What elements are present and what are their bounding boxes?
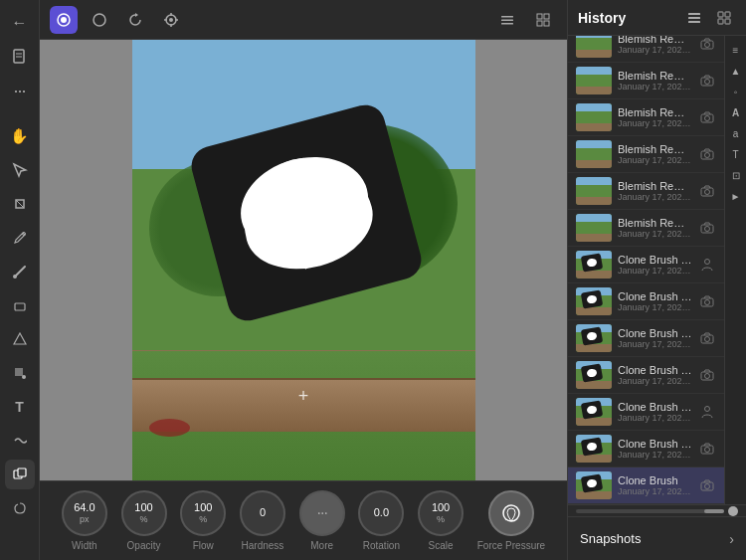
back-arrow-btn[interactable]: ←: [5, 8, 35, 38]
svg-point-61: [705, 484, 710, 489]
grid-view-btn[interactable]: [712, 6, 736, 30]
text-btn[interactable]: T: [5, 392, 35, 422]
history-item[interactable]: Clone Brush ToolJanuary 17, 2021, 8:54:3…: [568, 394, 724, 431]
history-item[interactable]: Blemish RemovalJanuary 17, 2021, 8:52:59…: [568, 173, 724, 210]
shape-btn[interactable]: [5, 324, 35, 354]
history-content: Blemish RemovalJanuary 17, 2021, 8:52:57…: [568, 36, 746, 504]
history-item[interactable]: Clone Brush ToolJanuary 17, 2021, 8:55:2…: [568, 431, 724, 467]
history-thumb: [576, 324, 612, 352]
eraser-btn[interactable]: [5, 290, 35, 320]
svg-point-39: [705, 43, 710, 48]
svg-point-12: [93, 14, 105, 26]
rotation-knob[interactable]: 0.0: [358, 490, 404, 536]
hardness-label: Hardness: [242, 540, 284, 551]
filter-icon-5[interactable]: a: [726, 123, 746, 143]
scrollbar-area[interactable]: [568, 504, 746, 516]
svg-point-52: [705, 300, 710, 305]
history-item[interactable]: Blemish RemovalJanuary 17, 2021, 8:53:01…: [568, 210, 724, 247]
fill-btn[interactable]: [5, 358, 35, 388]
force-knob[interactable]: [488, 490, 534, 536]
svg-rect-25: [544, 21, 549, 26]
eyedropper-btn[interactable]: [5, 223, 35, 253]
history-thumb: [576, 251, 612, 279]
history-list[interactable]: Blemish RemovalJanuary 17, 2021, 8:52:57…: [568, 36, 724, 504]
history-name: Clone Brush Tool: [618, 290, 692, 302]
list-view-btn[interactable]: [682, 6, 706, 30]
filter-icon-1[interactable]: ≡: [726, 40, 746, 60]
scale-value: 100: [432, 501, 450, 514]
history-date: January 17, 2021, 8:52:58...: [618, 82, 692, 92]
flow-control[interactable]: 100 % Flow: [180, 490, 226, 551]
lasso-btn[interactable]: [5, 493, 35, 523]
canvas-crosshair: +: [298, 386, 309, 407]
filter-icon-8[interactable]: ►: [726, 186, 746, 206]
svg-rect-23: [544, 14, 549, 19]
history-action-icon: [698, 182, 716, 200]
history-item[interactable]: Clone Brush ToolJanuary 17, 2021, 8:54:1…: [568, 283, 724, 320]
filter-icon-4[interactable]: A: [726, 102, 746, 122]
history-item[interactable]: Blemish RemovalJanuary 17, 2021, 8:52:58…: [568, 63, 724, 99]
filter-icon-7[interactable]: ⊡: [726, 165, 746, 185]
history-item[interactable]: Clone Brush ToolJanuary 17, 2021, 8:53:1…: [568, 247, 724, 283]
history-item[interactable]: Blemish RemovalJanuary 17, 2021, 8:52:58…: [568, 36, 724, 63]
brush-btn[interactable]: [5, 257, 35, 286]
filter-icon-6[interactable]: T: [726, 144, 746, 164]
width-control[interactable]: 64.0 px Width: [62, 490, 107, 551]
selection-tool-btn[interactable]: [5, 155, 35, 185]
hand-tool-btn[interactable]: ✋: [5, 121, 35, 151]
history-item[interactable]: Blemish RemovalJanuary 17, 2021, 8:52:58…: [568, 136, 724, 173]
bars-tool-btn[interactable]: [493, 6, 521, 34]
history-thumb: [576, 177, 612, 205]
history-info: Clone Brush ToolJanuary 17, 2021, 8:54:2…: [618, 327, 692, 349]
scale-control[interactable]: 100 % Scale: [418, 490, 464, 551]
opacity-value: 100: [134, 501, 152, 514]
left-toolbar: ← ··· ✋ T: [0, 0, 40, 560]
history-info: Clone BrushJanuary 17, 2021, 8:55:26...: [618, 474, 692, 496]
history-title: History: [578, 10, 626, 26]
canvas-area[interactable]: +: [40, 40, 567, 480]
main-area: + 64.0 px Width 100 % Opacity: [40, 0, 567, 560]
opacity-knob[interactable]: 100 %: [121, 490, 167, 536]
scrollbar-dot[interactable]: [728, 506, 738, 516]
history-info: Blemish RemovalJanuary 17, 2021, 8:52:59…: [618, 180, 692, 202]
history-date: January 17, 2021, 8:54:27...: [618, 376, 692, 386]
svg-rect-20: [501, 19, 513, 21]
filter-icon-3[interactable]: ◦: [726, 82, 746, 101]
rotate-tool-btn[interactable]: [121, 6, 149, 34]
hardness-knob[interactable]: 0: [240, 490, 285, 536]
snapshots-footer[interactable]: Snapshots ›: [568, 516, 746, 560]
svg-point-59: [705, 448, 710, 453]
width-knob[interactable]: 64.0 px: [62, 490, 107, 536]
history-thumb: [576, 67, 612, 94]
filter-icon-2[interactable]: ▲: [726, 61, 746, 81]
more-knob[interactable]: ···: [299, 490, 345, 536]
history-action-icon: [698, 476, 716, 494]
opacity-control[interactable]: 100 % Opacity: [121, 490, 167, 551]
clone-source-btn[interactable]: [157, 6, 185, 34]
brush-active-btn[interactable]: [50, 6, 78, 34]
scale-knob[interactable]: 100 %: [418, 490, 464, 536]
history-date: January 17, 2021, 8:52:58...: [618, 45, 692, 55]
force-control[interactable]: Force Pressure: [477, 490, 545, 551]
smudge-btn[interactable]: [5, 426, 35, 456]
grid-tool-btn[interactable]: [529, 6, 557, 34]
more-control[interactable]: ··· More: [299, 490, 345, 551]
transform-tool-btn[interactable]: [5, 189, 35, 219]
document-btn[interactable]: [5, 42, 35, 72]
circle-tool-btn[interactable]: [86, 6, 113, 34]
more-btn[interactable]: ···: [5, 76, 35, 105]
history-date: January 17, 2021, 8:55:21 AM: [618, 450, 692, 460]
history-item[interactable]: Clone Brush ToolJanuary 17, 2021, 8:54:2…: [568, 357, 724, 394]
history-item[interactable]: Clone BrushJanuary 17, 2021, 8:55:26...: [568, 467, 724, 504]
history-info: Clone Brush ToolJanuary 17, 2021, 8:55:2…: [618, 438, 692, 460]
clone-btn[interactable]: [5, 460, 35, 489]
history-item[interactable]: Clone Brush ToolJanuary 17, 2021, 8:54:2…: [568, 320, 724, 357]
history-info: Clone Brush ToolJanuary 17, 2021, 8:54:3…: [618, 401, 692, 423]
flow-knob[interactable]: 100 %: [180, 490, 226, 536]
history-date: January 17, 2021, 8:54:15 AM: [618, 302, 692, 312]
history-action-icon: [698, 403, 716, 421]
history-item[interactable]: Blemish RemovalJanuary 17, 2021, 8:52:58…: [568, 99, 724, 136]
svg-point-50: [705, 260, 710, 265]
hardness-control[interactable]: 0 Hardness: [240, 490, 285, 551]
rotation-control[interactable]: 0.0 Rotation: [358, 490, 404, 551]
